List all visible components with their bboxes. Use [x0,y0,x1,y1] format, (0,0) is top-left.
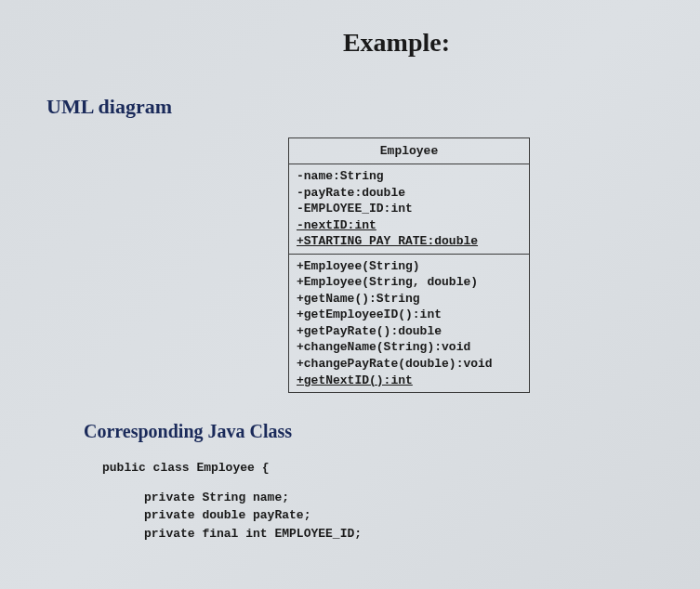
uml-class-name: Employee [289,138,529,164]
uml-attribute: -name:String [297,168,522,185]
uml-method: +getPayRate():double [297,323,522,340]
java-section: Corresponding Java Class public class Em… [84,421,654,543]
uml-method: +changePayRate(double):void [297,356,522,373]
uml-method: +Employee(String, double) [297,274,522,291]
uml-methods: +Employee(String)+Employee(String, doubl… [289,255,529,392]
uml-attribute: -nextID:int [297,217,522,234]
code-line: public class Employee { [102,459,654,478]
page-title: Example: [139,28,654,58]
uml-method: +Employee(String) [297,258,522,275]
uml-method: +getEmployeeID():int [297,307,522,323]
uml-attribute: -payRate:double [297,185,522,202]
code-line: private final int EMPLOYEE_ID; [144,525,654,543]
uml-method: +getNextID():int [297,373,522,389]
java-code: public class Employee { private String n… [102,459,654,543]
uml-class-box: Employee -name:String-payRate:double-EMP… [288,137,530,393]
uml-attribute: +STARTING_PAY_RATE:double [297,233,522,250]
uml-method: +getName():String [297,291,522,308]
uml-attributes: -name:String-payRate:double-EMPLOYEE_ID:… [289,164,529,255]
uml-attribute: -EMPLOYEE_ID:int [297,201,522,217]
uml-heading: UML diagram [46,95,654,119]
code-line: private String name; [144,489,654,507]
uml-method: +changeName(String):void [297,339,522,356]
code-line: private double payRate; [144,506,654,525]
java-heading: Corresponding Java Class [84,421,654,442]
